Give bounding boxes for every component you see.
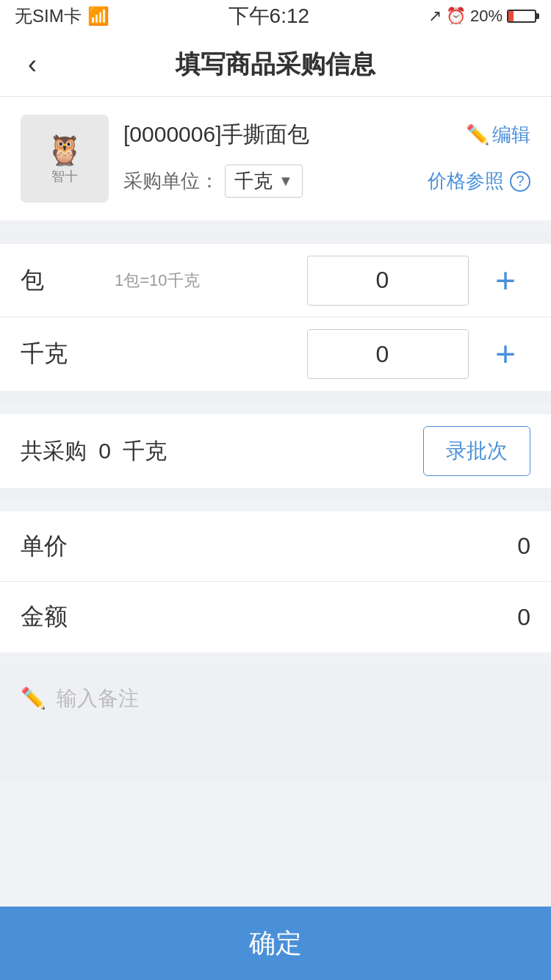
batch-button[interactable]: 录批次 [423,426,530,476]
pencil-icon: ✏️ [21,686,46,710]
edit-button[interactable]: ✏️ 编辑 [466,122,530,148]
total-label: 共采购 [21,439,87,463]
bao-label: 包 [21,264,109,297]
back-button[interactable]: ‹ [21,42,44,87]
product-card: 🦉 智十 [0000006]手撕面包 ✏️ 编辑 采购单位： 千克 ▼ 价格参照 [0,97,551,220]
battery-bar [507,10,536,23]
unit-price-row: 单价 0 [0,511,551,582]
total-value: 0 [98,439,111,463]
edit-label: 编辑 [492,122,530,148]
confirm-button[interactable]: 确定 [0,907,551,980]
price-ref-label: 价格参照 [428,168,504,194]
battery-percent: 20% [470,7,503,26]
status-time: 下午6:12 [228,2,310,30]
notes-placeholder: 输入备注 [57,685,139,713]
separator-2 [0,391,551,403]
kg-input-row: 千克 + [0,317,551,391]
dropdown-arrow-icon: ▼ [278,173,293,190]
kg-input[interactable] [307,329,469,379]
unit-selector[interactable]: 千克 ▼ [225,165,303,198]
input-section: 包 1包=10千克 + 千克 + [0,244,551,391]
unit-label: 采购单位： [123,168,219,194]
wifi-icon: 📶 [87,6,109,26]
total-text: 共采购 0 千克 [21,436,167,466]
battery-fill [508,11,514,21]
kg-plus-button[interactable]: + [480,329,530,379]
status-right: ↗ ⏰ 20% [428,7,536,26]
nav-bar: ‹ 填写商品采购信息 [0,32,551,97]
edit-icon: ✏️ [466,123,489,146]
notes-section[interactable]: ✏️ 输入备注 [0,664,551,782]
amount-row: 金额 0 [0,582,551,652]
bao-input-row: 包 1包=10千克 + [0,244,551,317]
unit-value: 千克 [234,168,273,194]
unit-price-value: 0 [517,533,530,560]
bao-plus-button[interactable]: + [480,256,530,306]
product-image-text: 智十 [51,167,78,185]
product-info: [0000006]手撕面包 ✏️ 编辑 采购单位： 千克 ▼ 价格参照 ? [123,120,530,198]
product-owl-icon: 🦉 [46,133,83,167]
carrier-text: 无SIM卡 [15,4,82,28]
price-section: 单价 0 金额 0 [0,511,551,652]
product-title: 手撕面包 [221,122,309,146]
location-icon: ↗ [428,7,442,26]
status-left: 无SIM卡 📶 [15,4,109,28]
bao-input-right: + [200,256,530,306]
amount-label: 金额 [21,601,68,633]
total-unit: 千克 [123,439,167,463]
product-name: [0000006]手撕面包 [123,120,309,150]
alarm-icon: ⏰ [446,7,466,26]
bao-sublabel: 1包=10千克 [115,270,200,292]
separator-1 [0,232,551,244]
kg-input-right: + [109,329,530,379]
status-bar: 无SIM卡 📶 下午6:12 ↗ ⏰ 20% [0,0,551,32]
page-title: 填写商品采购信息 [176,48,375,82]
bao-input[interactable] [307,256,469,306]
total-row: 共采购 0 千克 录批次 [0,414,551,488]
amount-value: 0 [517,604,530,631]
price-reference-button[interactable]: 价格参照 ? [428,168,530,194]
info-icon: ? [510,171,530,192]
separator-3 [0,488,551,500]
product-image: 🦉 智十 [21,115,109,203]
unit-price-label: 单价 [21,530,68,563]
kg-label: 千克 [21,338,109,370]
product-code: [0000006] [123,122,221,146]
product-name-row: [0000006]手撕面包 ✏️ 编辑 [123,120,530,150]
product-unit-row: 采购单位： 千克 ▼ 价格参照 ? [123,165,530,198]
total-section: 共采购 0 千克 录批次 [0,414,551,488]
